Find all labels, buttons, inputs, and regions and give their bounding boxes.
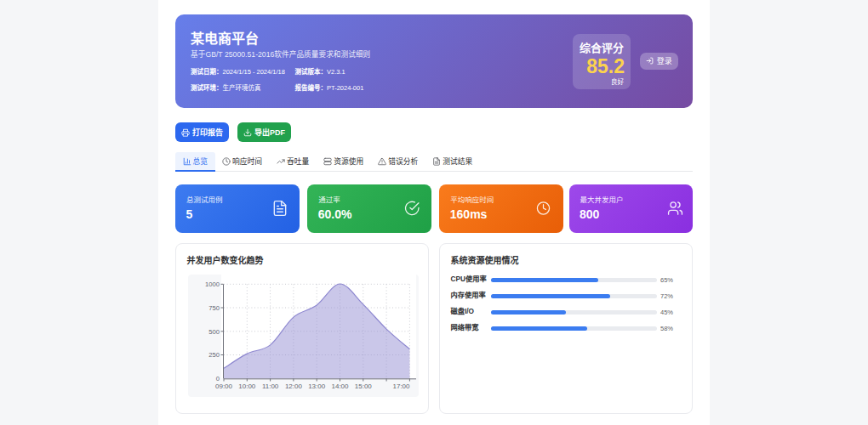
svg-text:13:00: 13:00 xyxy=(308,382,326,390)
svg-text:14:00: 14:00 xyxy=(331,382,349,390)
svg-text:1000: 1000 xyxy=(205,280,220,288)
svg-text:250: 250 xyxy=(208,351,220,359)
svg-text:750: 750 xyxy=(208,304,220,312)
svg-text:11:00: 11:00 xyxy=(261,382,278,390)
svg-text:15:00: 15:00 xyxy=(354,382,372,390)
svg-text:17:00: 17:00 xyxy=(392,382,410,390)
svg-text:12:00: 12:00 xyxy=(284,382,302,390)
svg-text:09:00: 09:00 xyxy=(214,382,232,390)
svg-text:10:00: 10:00 xyxy=(238,382,256,390)
svg-text:500: 500 xyxy=(208,328,220,336)
